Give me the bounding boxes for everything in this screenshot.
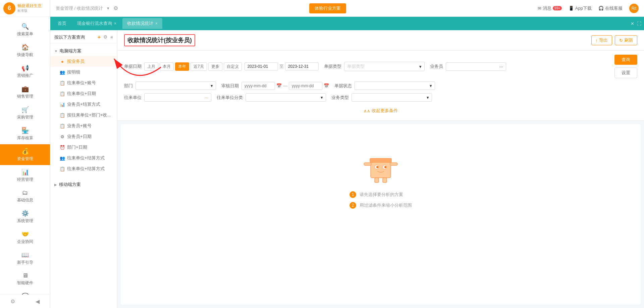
sidebar-item-basic[interactable]: 🗂 基础信息 (0, 186, 50, 206)
topbar-right: ✉ 消息 99+ 📱 App下载 🎧 在线客服 Rit (538, 4, 639, 13)
sidebar-item-guide[interactable]: 📖 新手引导 (0, 248, 50, 269)
filter-row-2: 部门 ▾ 审核日期 📅 — (124, 82, 637, 90)
sidebar-item-enterprise[interactable]: 🤝 企业协同 (0, 227, 50, 248)
scheme-item-unit-dept[interactable]: 📋 按往来单位+部门+收... (50, 110, 117, 120)
sidebar-item-wechat[interactable]: 💬 企业微信 (0, 289, 50, 295)
svg-rect-9 (383, 178, 387, 183)
audit-cal1-icon[interactable]: 📅 (276, 83, 282, 88)
tab-receipt[interactable]: 收款情况统计 × (122, 18, 162, 29)
scheme-group-desktop[interactable]: ▼ 电脑端方案 (50, 46, 117, 56)
doc-status-select[interactable]: ▾ (355, 82, 435, 90)
date-from-input[interactable] (245, 62, 278, 70)
sidebar-item-quicknav-label: 快捷导航 (17, 52, 33, 58)
add-scheme-icon[interactable]: + (98, 34, 101, 40)
scheme-item-sales-date[interactable]: ⚙ 业务员+日期 (50, 131, 117, 142)
quicknav-icon: 🏠 (21, 44, 29, 51)
sidebar-item-capital[interactable]: 💰 资金管理 (0, 144, 50, 165)
refresh-icon: ↻ (619, 38, 623, 43)
audit-date-to-input[interactable] (289, 82, 322, 90)
sidebar-item-operation[interactable]: 📊 经营管理 (0, 165, 50, 186)
collapse-sidebar-icon[interactable]: ◀ (36, 298, 40, 305)
scheme-section-mobile: ▶ 移动端方案 (50, 177, 117, 192)
breadcrumb: 资金管理 / 收款情况统计 (56, 5, 103, 11)
partner-category-select[interactable]: ▾ (246, 93, 326, 102)
scheme-item-unit-date[interactable]: 📋 往来单位+日期 (50, 88, 117, 99)
salesperson-select[interactable]: ··· (446, 62, 506, 71)
sidebar-item-purchase[interactable]: 🛒 采购管理 (0, 103, 50, 123)
setting-btn[interactable]: 设置 (614, 67, 637, 78)
scheme-item-salesperson[interactable]: ● 按业务员 (50, 56, 117, 67)
scheme-item-sales-settle[interactable]: 📊 业务员+结算方式 (50, 99, 117, 110)
query-btns: 查询 设置 (614, 55, 637, 78)
window-close-icon[interactable]: ✕ (631, 21, 634, 26)
salesperson-more-icon: ··· (499, 64, 503, 69)
page-header-actions: ↑ 导出 ↻ 刷新 (591, 35, 638, 45)
doc-type-select[interactable]: 单据类型 ▾ (344, 62, 425, 71)
scheme-item-dept-date[interactable]: ⏰ 部门+日期 (50, 142, 117, 153)
basic-icon: 🗂 (22, 189, 28, 196)
date-btn-7days[interactable]: 近7天 (191, 62, 207, 71)
collapse-panel-icon[interactable]: « (110, 34, 113, 40)
scheme-item-unit-settle2[interactable]: 📋 往来单位+结算方式 (50, 163, 117, 174)
tab-bank-close-icon[interactable]: × (114, 21, 116, 26)
sidebar-item-marketing[interactable]: 📢 营销推广 (0, 61, 50, 82)
sales-account-icon: 📋 (60, 123, 65, 129)
tab-home[interactable]: 首页 (53, 18, 71, 29)
logo-area: 6 畅捷通好生意 标准版 (0, 0, 50, 17)
sidebar-item-sales[interactable]: 💼 销售管理 (0, 82, 50, 103)
partner-input[interactable]: ··· (144, 93, 211, 102)
tabs-bar: 首页 现金银行流水查询 × 收款情况统计 × ✕ ⛶ (50, 17, 644, 30)
sidebar-item-quicknav[interactable]: 🏠 快捷导航 (0, 40, 50, 61)
sidebar-item-hardware[interactable]: 🖥 智能硬件 (0, 269, 50, 289)
user-avatar[interactable]: Rit (629, 4, 639, 13)
date-btn-more[interactable]: 更多 (208, 62, 222, 71)
export-btn[interactable]: ↑ 导出 (591, 35, 612, 45)
sidebar-item-inventory[interactable]: 🏪 库存核算 (0, 123, 50, 144)
refresh-btn[interactable]: ↻ 刷新 (615, 35, 637, 45)
solution-btn[interactable]: 体验行业方案 (309, 3, 346, 13)
filter-biz-type: 业务类型 ▾ (331, 93, 432, 102)
left-panel: 按以下方案查询 + ⚙ « ▼ 电脑端方案 ● 按业务员 (50, 30, 117, 308)
message-btn[interactable]: ✉ 消息 99+ (538, 5, 562, 11)
collapse-filter-btn[interactable]: ∧∧ 收起更多条件 (124, 105, 637, 116)
date-btn-this-month[interactable]: 本月 (160, 62, 174, 71)
online-service-btn[interactable]: 🎧 在线客服 (598, 5, 623, 11)
scheme-item-sales-account[interactable]: 📋 业务员+账号 (50, 120, 117, 131)
export-icon: ↑ (596, 38, 598, 43)
partner-more-btn[interactable]: ··· (205, 95, 208, 100)
filter-row-3: 往来单位 ··· 往来单位分类 ▾ (124, 93, 637, 102)
biz-type-select[interactable]: ▾ (352, 93, 432, 102)
scheme-item-unit-settle1[interactable]: 👥 往来单位+结算方式 (50, 153, 117, 163)
tab-receipt-close-icon[interactable]: × (155, 21, 158, 26)
scheme-item-detail[interactable]: 👥 按明细 (50, 67, 117, 78)
date-to-input[interactable] (285, 62, 319, 70)
dept-dropdown-icon: ▾ (211, 83, 213, 88)
date-btn-this-year[interactable]: 本年 (175, 62, 189, 71)
gear-scheme-icon[interactable]: ⚙ (103, 34, 108, 40)
audit-date-from-input[interactable] (241, 82, 275, 90)
scheme-group-desktop-label: 电脑端方案 (60, 48, 82, 54)
sidebar-item-search[interactable]: 🔍 搜索菜单 (0, 19, 50, 40)
date-btn-last-month[interactable]: 上月 (144, 62, 158, 71)
sales-icon: 💼 (21, 85, 29, 93)
message-icon: ✉ (538, 6, 541, 11)
audit-cal2-icon[interactable]: 📅 (324, 83, 329, 88)
app-download-btn[interactable]: 📱 App下载 (569, 5, 592, 11)
filter-row-1: 单据日期 上月 本月 本年 近7天 更多 自定义 至 (124, 55, 637, 78)
window-maximize-icon[interactable]: ⛶ (637, 21, 641, 26)
scheme-item-unit-account[interactable]: 📋 往来单位+账号 (50, 78, 117, 88)
scheme-group-mobile[interactable]: ▶ 移动端方案 (50, 179, 117, 190)
scheme-item-unit-date-label: 往来单位+日期 (67, 91, 96, 97)
sidebar-item-system[interactable]: ⚙️ 系统管理 (0, 206, 50, 227)
app-download-icon: 📱 (569, 6, 574, 11)
topbar-gear-icon[interactable]: ⚙ (113, 5, 118, 11)
date-btn-custom[interactable]: 自定义 (224, 62, 242, 71)
sidebar-item-system-label: 系统管理 (17, 218, 33, 224)
query-btn[interactable]: 查询 (614, 55, 637, 65)
page-area: 按以下方案查询 + ⚙ « ▼ 电脑端方案 ● 按业务员 (50, 30, 644, 308)
tab-bank[interactable]: 现金银行流水查询 × (72, 18, 121, 29)
topbar-left: 资金管理 / 收款情况统计 ▾ ⚙ (56, 5, 118, 11)
settings-bottom-icon[interactable]: ⚙ (10, 298, 15, 305)
breadcrumb-dropdown-icon[interactable]: ▾ (107, 6, 109, 11)
dept-select[interactable]: ▾ (136, 82, 216, 90)
